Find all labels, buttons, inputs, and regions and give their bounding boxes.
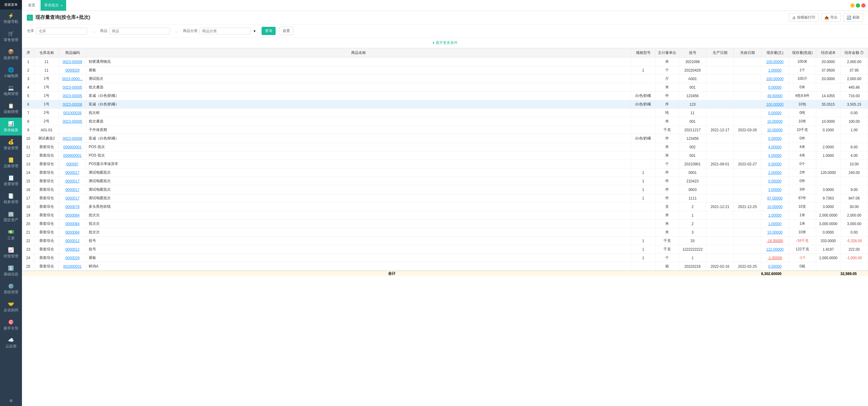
cell-code[interactable]: 000097 <box>59 160 86 168</box>
cell-code[interactable]: 0000017 <box>59 194 86 203</box>
expand-label: 展开更多条件 <box>436 40 458 45</box>
cell-code[interactable]: 0000017 <box>59 168 86 177</box>
sidebar-item-collab[interactable]: 🤝 企业协同 <box>0 298 22 316</box>
sidebar-item-ecommerce[interactable]: 💻 电商管理 <box>0 81 22 100</box>
cell-code[interactable]: 001000031 <box>59 262 86 271</box>
cell-qty-main[interactable]: 0.00000 <box>761 134 789 143</box>
search-btn[interactable]: 查询 <box>261 27 276 35</box>
cell-code[interactable]: 0000017 <box>59 177 86 185</box>
col-header-qty-aux: 现存量(危值) <box>789 48 816 58</box>
maximize-btn[interactable] <box>856 3 860 8</box>
export-btn[interactable]: 📤 导出 <box>821 13 841 22</box>
active-tab[interactable]: 库存批次 × <box>40 0 66 11</box>
cell-code[interactable]: 0023-00005 <box>59 83 86 92</box>
cell-qty-main[interactable]: -16.00000 <box>761 237 789 245</box>
minimize-btn[interactable] <box>850 3 855 8</box>
sidebar-item-guide[interactable]: 🎯 新手引导 <box>0 316 22 334</box>
home-tab[interactable]: 首页 <box>24 0 39 11</box>
cell-code[interactable]: 0023-00005 <box>59 92 86 100</box>
cell-qty-main[interactable]: 0.00000 <box>761 160 789 168</box>
cell-qty-main[interactable]: 10.00000 <box>761 126 789 134</box>
sidebar-item-quicknav[interactable]: ⚡ 快捷导航 <box>0 9 22 27</box>
sidebar-item-sysadmin[interactable]: ⚙️ 系统管理 <box>0 280 22 298</box>
sidebar-item-management[interactable]: 📈 经营管理 <box>0 244 22 262</box>
cell-code[interactable]: 0023-0000... <box>59 75 86 83</box>
cell-qty-main[interactable]: 10.00000 <box>761 117 789 126</box>
collapse-btn[interactable]: › <box>27 14 33 21</box>
cell-qty-main[interactable]: 1.00000 <box>761 66 789 75</box>
cell-qty-main[interactable]: -1.00000 <box>761 254 789 262</box>
cell-qty-main[interactable]: 49.60000 <box>761 92 789 100</box>
sidebar-item-retail[interactable]: 🛒 零售管理 <box>0 27 22 45</box>
sidebar-search-menu[interactable]: 搜索菜单 <box>0 0 22 9</box>
sidebar-item-salary[interactable]: 💵 工资 <box>0 226 22 244</box>
cell-qty-main[interactable]: 0.00000 <box>761 109 789 117</box>
cell-qty-main[interactable]: 0.00000 <box>761 83 789 92</box>
sidebar-item-inventory[interactable]: 📊 库存核算 <box>0 117 22 136</box>
refresh-btn[interactable]: 🔄 刷新 <box>843 13 863 22</box>
settings-btn[interactable]: 设置 <box>279 27 293 35</box>
cell-code[interactable]: 0000029 <box>59 254 86 262</box>
cell-code[interactable]: 0000084 <box>59 219 86 228</box>
cell-code[interactable]: 001000026 <box>59 109 86 117</box>
category-dropdown-icon[interactable]: ▾ <box>254 29 255 33</box>
cell-code[interactable]: 0000084 <box>59 211 86 219</box>
print-template-btn[interactable]: 🖨 按模板打印 <box>789 13 818 22</box>
sidebar-item-finance[interactable]: 💰 资金管理 <box>0 136 22 154</box>
sidebar-item-cloud[interactable]: ☁️ 云应用 <box>0 334 22 352</box>
header-actions: 🖨 按模板打印 📤 导出 🔄 刷新 <box>789 13 863 22</box>
table-container[interactable]: 序 仓库名称 商品编码 商品名称 规格型号 主计量单位 批号 生产日期 失效日期… <box>22 48 868 406</box>
cell-cost: 37.9500 <box>816 66 841 75</box>
cell-code[interactable]: 0023-00008 <box>59 134 86 143</box>
sidebar-item-invoice[interactable]: 🧾 发票管理 <box>0 172 22 190</box>
cell-qty-main[interactable]: 1.00000 <box>761 211 789 219</box>
cell-qty-main[interactable]: 122.00000 <box>761 245 789 254</box>
cell-code[interactable] <box>59 126 86 134</box>
cell-code[interactable]: 0000078 <box>59 203 86 211</box>
goods-filter-input[interactable] <box>109 28 170 34</box>
cell-qty-main[interactable]: 100.00000 <box>761 58 789 66</box>
cell-qty-main[interactable]: 0.00000 <box>761 177 789 185</box>
cell-code[interactable]: 000900001 <box>59 143 86 151</box>
cell-code[interactable]: 0023-00008 <box>59 100 86 109</box>
cell-cost: 1.8197 <box>816 245 841 254</box>
cell-qty-main[interactable]: 10.00000 <box>761 203 789 211</box>
sidebar-item-assets[interactable]: 🏢 固定资产 <box>0 208 22 226</box>
footer-amount: 32,589.05 <box>841 271 868 276</box>
cell-prod <box>706 245 734 254</box>
sidebar-item-purchase[interactable]: 📋 采购管理 <box>0 100 22 117</box>
sidebar-item-ledger[interactable]: 📒 总账管理 <box>0 154 22 172</box>
cell-code[interactable]: 0000012 <box>59 245 86 254</box>
close-tab-btn[interactable]: × <box>61 4 62 7</box>
expand-conditions-btn[interactable]: ▾ 展开更多条件 <box>433 40 458 45</box>
sidebar-item-smallecom[interactable]: 🌐 小融电商 <box>0 64 22 81</box>
cell-unit: 米 <box>655 83 679 92</box>
col-header-code: 商品编码 <box>59 48 86 58</box>
expand-icon: ▾ <box>433 41 434 45</box>
sidebar-item-basicinfo[interactable]: ℹ️ 基础信息 <box>0 262 22 280</box>
sidebar-item-tax[interactable]: 📑 税务管理 <box>0 190 22 208</box>
cell-code[interactable]: 0000017 <box>59 185 86 194</box>
close-btn[interactable] <box>861 3 866 8</box>
cell-qty-main[interactable]: 100.00000 <box>761 75 789 83</box>
cell-code[interactable]: 0000012 <box>59 237 86 245</box>
cell-code[interactable]: 0000029 <box>59 66 86 75</box>
cell-code[interactable]: 0023-00005 <box>59 117 86 126</box>
sidebar-settings-btn[interactable]: ⚙ <box>0 396 22 406</box>
cell-qty-main[interactable]: 4.00000 <box>761 151 789 160</box>
cell-qty-main[interactable]: 87.00000 <box>761 194 789 203</box>
cell-qty-main[interactable]: 3.00000 <box>761 185 789 194</box>
cell-qty-main[interactable]: 4.00000 <box>761 143 789 151</box>
cell-code[interactable]: 000900001 <box>59 151 86 160</box>
cell-qty-main[interactable]: 10.00000 <box>761 228 789 237</box>
warehouse-filter-input[interactable] <box>36 28 87 34</box>
cell-code[interactable]: 0023-00009 <box>59 58 86 66</box>
cell-qty-main[interactable]: 2.00000 <box>761 168 789 177</box>
cell-code[interactable]: 0000084 <box>59 228 86 237</box>
sidebar-item-wholesale[interactable]: 📦 批发管理 <box>0 45 22 63</box>
cell-qty-main[interactable]: 100.00000 <box>761 100 789 109</box>
category-filter-input[interactable] <box>199 28 251 34</box>
cell-qty-main[interactable]: 1.00000 <box>761 219 789 228</box>
cell-num: 15 <box>22 177 34 185</box>
cell-qty-main[interactable]: 0.00000 <box>761 262 789 271</box>
